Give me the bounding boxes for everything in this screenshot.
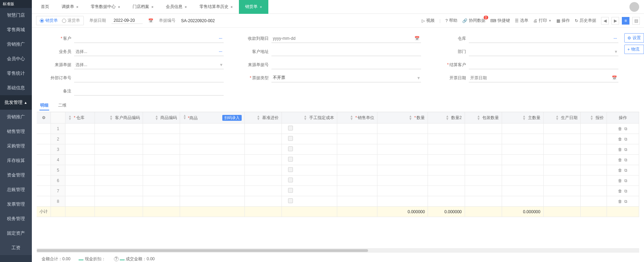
delete-icon[interactable]: 🗑 — [618, 178, 622, 183]
sidebar-item-tax[interactable]: 税务管理 — [0, 211, 32, 226]
more-icon[interactable]: ··· — [219, 36, 222, 41]
sidebar-item-marketing2[interactable]: 营销推广 — [0, 110, 32, 124]
sidebar-item-basic[interactable]: 基础信息 — [0, 81, 32, 95]
delete-icon[interactable]: 🗑 — [618, 168, 622, 173]
checkbox[interactable] — [288, 146, 293, 151]
table-row[interactable]: 5🗑⧉ — [37, 165, 639, 175]
ops-button[interactable]: ▦操作 — [556, 18, 570, 24]
tab-retaildata[interactable]: 零售数据中心× — [84, 0, 126, 14]
sidebar-item-smartstore[interactable]: 智慧门店 — [0, 8, 32, 22]
col-price[interactable]: ▲▼报价 — [581, 112, 607, 124]
col-prod-date[interactable]: ▲▼生产日期 — [543, 112, 581, 124]
copy-icon[interactable]: ⧉ — [624, 147, 627, 152]
table-row[interactable]: 8🗑⧉ — [37, 196, 639, 207]
prev-button[interactable]: ◀ — [601, 17, 609, 25]
sidebar-item-funds[interactable]: 资金管理 — [0, 168, 32, 182]
sidebar-item-invoice[interactable]: 发票管理 — [0, 197, 32, 211]
table-row[interactable]: 3🗑⧉ — [37, 144, 639, 155]
copy-icon[interactable]: ⧉ — [624, 199, 627, 204]
scan-badge[interactable]: 扫码录入 — [222, 115, 242, 121]
sidebar-item-purchase[interactable]: 采购管理 — [0, 139, 32, 153]
calendar-icon[interactable]: 📅 — [612, 75, 617, 80]
checkbox[interactable] — [288, 157, 293, 162]
select-button[interactable]: ☰选单 — [515, 18, 528, 24]
copy-icon[interactable]: ⧉ — [624, 157, 627, 162]
sidebar-item-marketing[interactable]: 营销推广 — [0, 37, 32, 52]
col-main-qty[interactable]: ▲▼主数量 — [502, 112, 544, 124]
subtab-matrix[interactable]: 二维 — [57, 101, 67, 110]
tab-home[interactable]: 首页 — [35, 0, 55, 14]
checkbox[interactable] — [288, 188, 293, 193]
help-button[interactable]: ?帮助 — [445, 18, 457, 24]
history-button[interactable]: ↻历史单据 — [575, 18, 596, 24]
sidebar-item-member[interactable]: 会员中心 — [0, 52, 32, 66]
col-pack-qty[interactable]: ▲▼包装数量 — [465, 112, 502, 124]
col-sku[interactable]: ▲▼商品编码 — [143, 112, 180, 124]
copy-icon[interactable]: ⧉ — [624, 178, 627, 183]
tab-settlehist[interactable]: 零售结算单历史× — [193, 0, 239, 14]
col-sale-unit[interactable]: ▲▼*销售单位 — [337, 112, 377, 124]
checkbox[interactable] — [288, 178, 293, 182]
tab-salesorder[interactable]: 销货单× — [239, 0, 268, 14]
view-grid-button[interactable]: ▤ — [632, 17, 640, 25]
delete-icon[interactable]: 🗑 — [618, 137, 622, 142]
print-button[interactable]: 🖨打印▼ — [533, 18, 552, 24]
doc-date-value[interactable]: 2022-09-20 — [111, 17, 143, 24]
settings-button[interactable]: ⚙设置 — [624, 33, 644, 43]
checkbox[interactable] — [288, 198, 293, 203]
checkbox[interactable] — [288, 136, 293, 141]
table-row[interactable]: 1🗑⧉ — [37, 124, 639, 134]
close-icon[interactable]: × — [118, 5, 120, 9]
tab-storefile[interactable]: 门店档案× — [126, 0, 160, 14]
tab-transfer[interactable]: 调拨单× — [55, 0, 84, 14]
copy-icon[interactable]: ⧉ — [624, 137, 627, 142]
more-icon[interactable]: ··· — [614, 36, 617, 41]
coop-button[interactable]: 🔗协同数据0 — [462, 18, 485, 24]
calendar-icon[interactable]: 📅 — [148, 18, 153, 23]
close-icon[interactable]: × — [260, 5, 262, 9]
col-warehouse[interactable]: ▲▼*仓库 — [65, 112, 95, 124]
copy-icon[interactable]: ⧉ — [624, 168, 627, 173]
table-row[interactable]: 4🗑⧉ — [37, 155, 639, 165]
sidebar-item-wholesale[interactable]: 批发管理▲ — [0, 95, 32, 110]
col-qty[interactable]: ▲▼*数量 — [377, 112, 428, 124]
sidebar-item-salary[interactable]: 工资 — [0, 241, 32, 255]
sidebar-item-mall[interactable]: 零售商城 — [0, 22, 32, 37]
table-row[interactable]: 2🗑⧉ — [37, 134, 639, 144]
col-manual-cost[interactable]: ▲▼手工指定成本 — [282, 112, 337, 124]
col-gear[interactable]: ⚙ — [37, 112, 51, 124]
delete-icon[interactable]: 🗑 — [618, 126, 622, 131]
sidebar-item-assets[interactable]: 固定资产 — [0, 226, 32, 241]
delete-icon[interactable]: 🗑 — [618, 189, 622, 193]
subtab-detail[interactable]: 明细 — [39, 101, 49, 110]
tab-memberinfo[interactable]: 会员信息× — [160, 0, 193, 14]
help-icon[interactable]: ? — [114, 256, 119, 261]
chevron-down-icon[interactable]: ▾ — [615, 49, 617, 54]
chevron-down-icon[interactable]: ▾ — [220, 62, 222, 67]
next-button[interactable]: ▶ — [611, 17, 619, 25]
delete-icon[interactable]: 🗑 — [618, 199, 622, 204]
col-product[interactable]: ▲▼*商品扫码录入 — [180, 112, 244, 124]
col-qty2[interactable]: ▲▼数量2 — [428, 112, 465, 124]
view-list-button[interactable]: ≡ — [622, 17, 629, 25]
cash-disc-label[interactable]: 现金折扣： — [85, 256, 106, 261]
shortcut-button[interactable]: ⌨快捷键 — [490, 18, 510, 24]
col-base-cost[interactable]: ▲▼基准进价 — [244, 112, 282, 124]
chevron-down-icon[interactable]: ▾ — [418, 75, 420, 80]
sidebar-item-inventory[interactable]: 库存核算 — [0, 153, 32, 168]
table-row[interactable]: 7🗑⧉ — [37, 186, 639, 196]
sidebar-item-sales[interactable]: 销售管理 — [0, 124, 32, 139]
copy-icon[interactable]: ⧉ — [624, 126, 627, 131]
video-button[interactable]: ▷视频 — [422, 18, 435, 24]
sidebar-item-ledger[interactable]: 总账管理 — [0, 182, 32, 197]
close-icon[interactable]: × — [151, 5, 153, 9]
close-icon[interactable]: × — [231, 5, 233, 9]
logistics-button[interactable]: +物流 — [624, 45, 644, 54]
close-icon[interactable]: × — [185, 5, 187, 9]
radio-return[interactable]: 退货单 — [62, 18, 80, 24]
col-cust-sku[interactable]: ▲▼客户商品编码 — [95, 112, 143, 124]
checkbox[interactable] — [288, 167, 293, 172]
more-icon[interactable]: ··· — [219, 49, 222, 54]
radio-sale[interactable]: 销货单 — [40, 18, 58, 24]
close-icon[interactable]: × — [76, 5, 78, 9]
